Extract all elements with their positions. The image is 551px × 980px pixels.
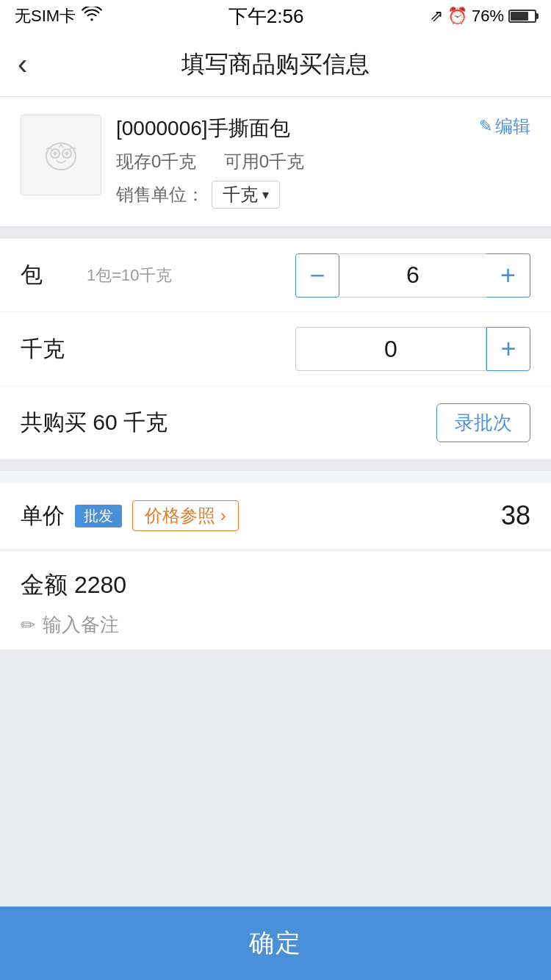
product-logo [39,133,83,177]
edit-button[interactable]: ✎ 编辑 [479,115,530,138]
svg-point-3 [54,152,57,156]
bao-input[interactable] [339,253,486,298]
qianke-plus-button[interactable]: + [486,327,530,371]
main-content-spacer [0,649,551,907]
status-right: ⇗ ⏰ 76% [430,7,536,26]
product-info: [0000006]手撕面包 现存0千克 可用0千克 销售单位： 千克 ▾ [116,115,530,209]
note-row[interactable]: ✏ 输入备注 [21,612,530,638]
page-title: 填写商品购买信息 [181,48,370,81]
bao-label: 包 [21,260,79,290]
status-bar: 无SIM卡 下午2:56 ⇗ ⏰ 76% [0,0,551,32]
back-icon: ‹ [18,48,27,80]
edit-label: 编辑 [495,115,530,138]
price-section: 单价 批发 价格参照 › 38 [0,483,551,549]
nav-bar: ‹ 填写商品购买信息 [0,32,551,97]
unit-value: 千克 [223,183,258,206]
bao-sub-label: 1包=10千克 [87,264,295,287]
product-image [21,115,101,195]
status-time: 下午2:56 [228,4,304,29]
price-ref-button[interactable]: 价格参照 › [132,500,239,531]
wifi-icon [82,7,102,26]
battery-text: 76% [472,7,504,26]
batch-button[interactable]: 录批次 [436,403,530,442]
qianke-controls: + [295,327,530,371]
product-stock: 现存0千克 可用0千克 [116,150,530,173]
price-tag: 批发 [75,505,122,527]
bao-plus-button[interactable]: + [486,253,530,298]
amount-section: 金额 2280 ✏ 输入备注 [0,552,551,649]
qianke-label: 千克 [21,334,79,364]
unit-label: 销售单位： [116,183,204,206]
bao-minus-button[interactable]: − [295,253,339,298]
available-text: 可用0千克 [224,151,304,171]
stock-text: 现存0千克 [116,151,196,171]
product-name: [0000006]手撕面包 [116,115,530,143]
total-row: 共购买 60 千克 录批次 [0,386,551,459]
battery-icon [508,10,536,23]
svg-point-0 [46,143,76,170]
note-icon: ✏ [21,615,35,635]
total-text: 共购买 60 千克 [21,408,168,438]
divider-2 [0,459,551,471]
edit-icon: ✎ [479,117,492,136]
price-label: 单价 [21,501,65,531]
confirm-button[interactable]: 确定 [0,907,551,980]
amount-label: 金额 2280 [21,569,530,602]
unit-selector[interactable]: 千克 ▾ [212,181,280,209]
qianke-input-row: 千克 + [0,312,551,386]
price-row: 单价 批发 价格参照 › 38 [0,483,551,549]
bao-input-row: 包 1包=10千克 − + [0,239,551,312]
svg-point-4 [65,152,69,156]
unit-dropdown-icon: ▾ [262,187,269,203]
back-button[interactable]: ‹ [18,48,27,81]
price-value: 38 [501,500,530,531]
product-unit-row: 销售单位： 千克 ▾ [116,181,530,209]
location-icon: ⇗ [430,7,443,26]
bao-controls: − + [295,253,530,298]
carrier-text: 无SIM卡 [15,5,76,27]
alarm-icon: ⏰ [447,7,467,26]
note-placeholder: 输入备注 [43,612,119,638]
status-left: 无SIM卡 [15,5,102,27]
divider-1 [0,227,551,239]
product-card: [0000006]手撕面包 现存0千克 可用0千克 销售单位： 千克 ▾ ✎ 编… [0,97,551,227]
input-section: 包 1包=10千克 − + 千克 + 共购买 60 千克 录批次 [0,239,551,459]
qianke-input[interactable] [295,327,486,371]
